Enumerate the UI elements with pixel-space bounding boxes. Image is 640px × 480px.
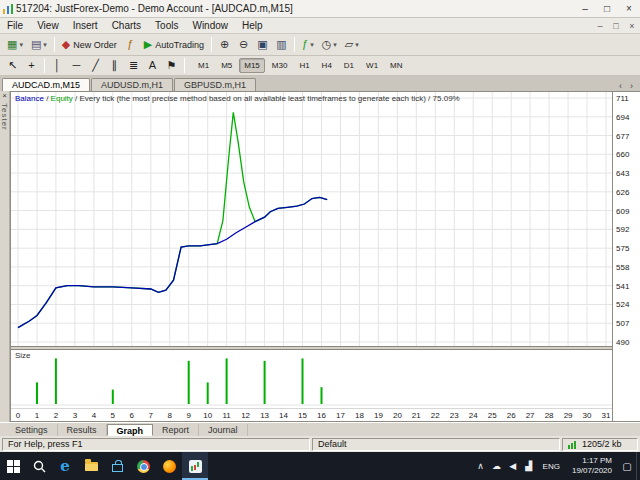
timeframe-d1-button[interactable]: D1 [339,58,359,73]
tester-panel: × Tester Balance / Equity / Every tick (… [0,91,640,422]
chevron-down-icon: ▾ [333,41,337,49]
tabs-scroll-right-icon[interactable]: › [626,81,637,91]
x-axis-label: 22 [431,411,440,420]
chrome-icon[interactable] [130,452,156,480]
tester-tab-settings[interactable]: Settings [6,424,58,436]
tester-tab-report[interactable]: Report [153,424,199,436]
menu-view[interactable]: View [30,19,66,32]
trendline-button[interactable]: ╱ [87,57,104,75]
file-explorer-icon[interactable] [78,452,104,480]
timeframe-m15-button[interactable]: M15 [239,58,265,73]
taskbar-clock[interactable]: 1:17 PM 19/07/2020 [566,452,618,480]
hidden-icons-icon[interactable]: ∧ [473,461,489,471]
balance-line [18,197,327,327]
templates-button[interactable]: ▱▾ [342,36,362,54]
x-axis-label: 21 [412,411,421,420]
equity-line [18,112,327,327]
chart-tab-audusd[interactable]: AUDUSD.m,H1 [91,78,173,91]
maximize-button[interactable]: □ [596,3,618,14]
status-profile[interactable]: Default [312,438,560,451]
child-restore-button[interactable]: □ [608,21,624,31]
onedrive-icon[interactable]: ☁ [489,461,505,471]
volume-icon[interactable]: ◀ [505,461,521,471]
y-axis-label: 524 [616,300,629,309]
chart-tab-gbpusd[interactable]: GBPUSD.m,H1 [174,78,256,91]
x-axis-label: 9 [186,411,190,420]
x-axis-label: 4 [92,411,96,420]
edge-icon[interactable]: e [52,452,78,480]
timeframe-m5-button[interactable]: M5 [216,58,237,73]
child-minimize-button[interactable]: – [592,21,608,31]
timeframe-h1-button[interactable]: H1 [294,58,314,73]
child-close-button[interactable]: × [624,21,640,31]
arrows-button[interactable]: ⚑ [163,57,180,75]
zoom-out-button[interactable]: ⊖ [235,36,252,54]
crosshair-button[interactable]: + [23,57,40,75]
network-icon[interactable]: ▟ [521,461,537,471]
start-button[interactable] [0,452,26,480]
x-axis-label: 13 [260,411,269,420]
clock-date: 19/07/2020 [572,466,612,476]
channel-icon: ∥ [112,60,118,71]
language-indicator[interactable]: ENG [537,452,566,480]
tabs-scroll-left-icon[interactable]: ‹ [615,81,626,91]
store-icon[interactable] [104,452,130,480]
tester-close-icon[interactable]: × [2,92,7,100]
menu-insert[interactable]: Insert [66,19,105,32]
window-title: 517204: JustForex-Demo - Demo Account - … [16,3,574,14]
firefox-glyph [163,460,176,473]
menu-tools[interactable]: Tools [148,19,185,32]
zoom-in-button[interactable]: ⊕ [216,36,233,54]
timeframe-w1-button[interactable]: W1 [361,58,383,73]
tester-tab-graph[interactable]: Graph [107,424,154,436]
text-button[interactable]: A [144,57,161,75]
title-bar: 517204: JustForex-Demo - Demo Account - … [0,0,640,18]
tester-tab-results[interactable]: Results [58,424,107,436]
new-chart-icon: ▦ [7,39,17,50]
cursor-button[interactable]: ↖ [4,57,21,75]
tester-tab-journal[interactable]: Journal [199,424,248,436]
timeframe-h4-button[interactable]: H4 [317,58,337,73]
search-button[interactable] [26,452,52,480]
timeframe-m1-button[interactable]: M1 [193,58,214,73]
x-axis-label: 7 [149,411,153,420]
horizontal-line-button[interactable]: ─ [68,57,85,75]
mt4-icon[interactable] [182,452,208,480]
y-axis: 7116946776606436266095925755585415245074… [612,92,640,421]
y-axis-label: 660 [616,150,629,159]
tester-graph[interactable]: Balance / Equity / Every tick (the most … [11,92,612,346]
menu-help[interactable]: Help [235,19,270,32]
cascade-windows-button[interactable]: ▥ [273,36,290,54]
profiles-button[interactable]: ▤▾ [28,36,50,54]
autotrading-button[interactable]: ▶AutoTrading [141,36,207,54]
minimize-button[interactable]: – [574,3,596,14]
model-description: Every tick (the most precise method base… [80,94,426,103]
timeframe-mn-button[interactable]: MN [385,58,407,73]
menu-file[interactable]: File [0,19,30,32]
trendline-icon: ╱ [92,60,99,71]
indicators-button[interactable]: ƒ▾ [299,36,317,54]
expert-advisors-button[interactable]: ƒ [122,36,139,54]
close-button[interactable]: × [618,3,640,14]
channel-button[interactable]: ∥ [106,57,123,75]
action-center-icon[interactable]: ▢ [618,452,636,480]
x-axis-label: 29 [564,411,573,420]
periods-button[interactable]: ◷▾ [319,36,340,54]
menu-charts[interactable]: Charts [105,19,148,32]
vertical-line-button[interactable]: │ [49,57,66,75]
firefox-icon[interactable] [156,452,182,480]
tile-windows-button[interactable]: ▣ [254,36,271,54]
equity-legend: Equity [51,94,73,103]
new-order-button[interactable]: ◆New Order [59,36,120,54]
show-desktop-button[interactable] [636,452,640,480]
chart-tab-audcad[interactable]: AUDCAD.m,M15 [2,78,90,91]
text-icon: A [149,60,156,71]
x-axis-label: 14 [279,411,288,420]
size-subchart[interactable]: Size [11,350,612,408]
status-bar: For Help, press F1 Default 1205/2 kb [0,436,640,452]
timeframe-m30-button[interactable]: M30 [267,58,293,73]
chevron-down-icon: ▾ [19,41,23,49]
new-chart-button[interactable]: ▦▾ [4,36,26,54]
menu-window[interactable]: Window [185,19,235,32]
fibonacci-button[interactable]: ≣ [125,57,142,75]
